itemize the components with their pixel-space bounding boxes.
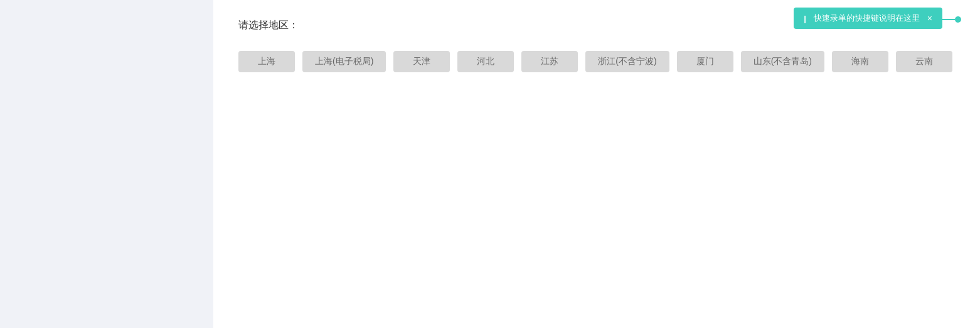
region-buttons-container: 上海上海(电子税局)天津河北江苏浙江(不含宁波)厦门山东(不含青岛)海南云南 <box>238 51 955 72</box>
region-btn-tianjin[interactable]: 天津 <box>393 51 450 72</box>
main-content: 请选择地区： 上海上海(电子税局)天津河北江苏浙江(不含宁波)厦门山东(不含青岛… <box>213 0 980 328</box>
tooltip-banner: 快速录单的快捷键说明在这里 × <box>794 8 942 29</box>
sidebar <box>0 0 213 328</box>
region-btn-jiangsu[interactable]: 江苏 <box>521 51 578 72</box>
region-btn-yunnan[interactable]: 云南 <box>896 51 952 72</box>
region-btn-shandong[interactable]: 山东(不含青岛) <box>741 51 824 72</box>
region-btn-shanghai[interactable]: 上海 <box>238 51 295 72</box>
tooltip-connector-line <box>942 19 955 20</box>
region-btn-hainan[interactable]: 海南 <box>832 51 888 72</box>
region-btn-hebei[interactable]: 河北 <box>457 51 514 72</box>
region-btn-xiamen[interactable]: 厦门 <box>677 51 733 72</box>
tooltip-text: 快速录单的快捷键说明在这里 <box>814 13 920 24</box>
tooltip-connector-dot <box>955 16 961 23</box>
region-btn-shanghai-e-tax[interactable]: 上海(电子税局) <box>302 51 386 72</box>
region-btn-zhejiang[interactable]: 浙江(不含宁波) <box>585 51 669 72</box>
tooltip-close-button[interactable]: × <box>927 13 932 23</box>
